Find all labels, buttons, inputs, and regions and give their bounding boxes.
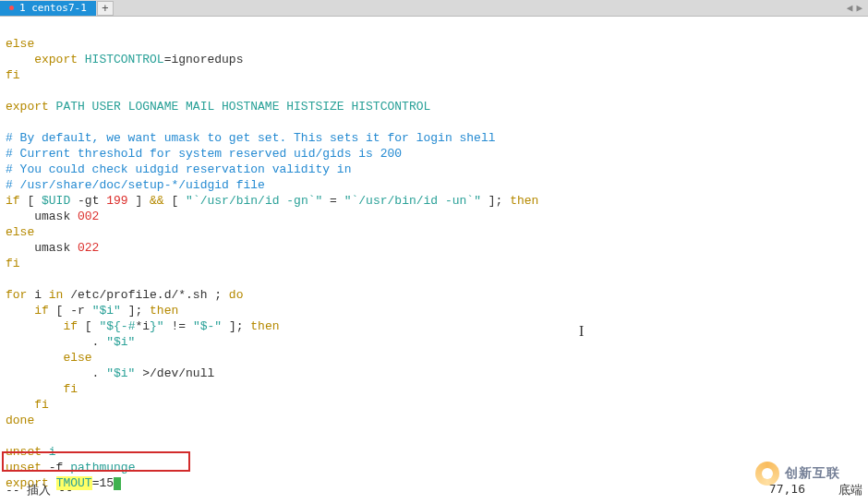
code: . [6,335,106,349]
code: then [510,194,538,208]
code: /etc/profile.d/*.sh ; [63,288,228,302]
code: 199 [106,194,127,208]
code: }" [150,319,164,333]
code: . [6,366,106,380]
tab-status-dot [9,6,14,10]
code: fi [6,257,20,270]
code: # Current threshold for system reserved … [6,147,402,161]
code: "$i" [106,335,135,349]
vim-mode: -- 插入 -- [6,482,73,498]
code: "${-# [99,319,135,333]
tab-bar: 1 centos7-1 + ◀ ▶ [0,0,868,17]
code: umask [6,241,78,255]
code: != [164,319,193,333]
code: [ [78,319,99,333]
nav-right-icon[interactable]: ▶ [856,2,862,14]
code: if [6,319,78,333]
watermark-text: 创新互联 [785,465,840,482]
code: > [135,366,150,380]
code: "`/usr/bin/id -gn`" [186,194,322,208]
code: if [6,194,20,208]
code: && [150,194,164,208]
code: fi [6,382,78,396]
code: [ -r [49,304,92,318]
code: for [6,288,27,302]
code: umask [6,210,78,223]
code: PATH USER LOGNAME MAIL HOSTNAME HISTSIZE… [49,100,430,114]
code: # You could check uidgid reservation val… [6,162,351,176]
code: else [6,37,34,51]
tab-active[interactable]: 1 centos7-1 [0,1,96,16]
code: ] [128,194,150,208]
plus-icon: + [102,2,108,15]
code: if [6,304,49,318]
code: else [6,351,92,365]
code: i [27,288,48,302]
tab-navigation: ◀ ▶ [847,2,868,14]
code: "$i" [106,366,135,380]
tab-label: 1 centos7-1 [19,2,87,14]
code: ]; [121,304,150,318]
code: fi [6,68,20,82]
code: HISTCONTROL [78,53,164,66]
new-tab-button[interactable]: + [97,1,114,16]
code: export [6,100,49,114]
status-line: -- 插入 -- 77,16 底端 [6,482,862,498]
watermark: 创新互联 [755,462,840,486]
code: ignoredups [171,53,243,66]
nav-left-icon[interactable]: ◀ [847,2,853,14]
code: i [42,445,56,459]
code: export [6,53,78,66]
code: "$i" [92,304,121,318]
code: [ [20,194,42,208]
code: *i [135,319,150,333]
code: -f [42,461,70,474]
code: 022 [78,241,99,255]
code: else [6,225,34,239]
code: "`/usr/bin/id -un`" [344,194,481,208]
code: = [322,194,344,208]
code: unset [6,461,42,474]
editor-area[interactable]: else export HISTCONTROL=ignoredups fi ex… [0,17,868,504]
code: 002 [78,210,99,223]
code: in [49,288,64,302]
code: done [6,414,34,427]
watermark-logo-icon [755,462,779,486]
code: -gt [70,194,106,208]
code: ]; [222,319,250,333]
code: "$-" [193,319,222,333]
code: fi [6,398,49,412]
code: [ [164,194,186,208]
code: $UID [42,194,70,208]
code: then [250,319,279,333]
code: do [229,288,244,302]
code: pathmunge [70,461,135,474]
code: unset [6,445,42,459]
code: ]; [481,194,510,208]
code: # By default, we want umask to get set. … [6,131,496,145]
scroll-location: 底端 [838,482,862,498]
code: # /usr/share/doc/setup-*/uidgid file [6,178,265,192]
code: /dev/null [150,366,214,380]
code: then [150,304,178,318]
